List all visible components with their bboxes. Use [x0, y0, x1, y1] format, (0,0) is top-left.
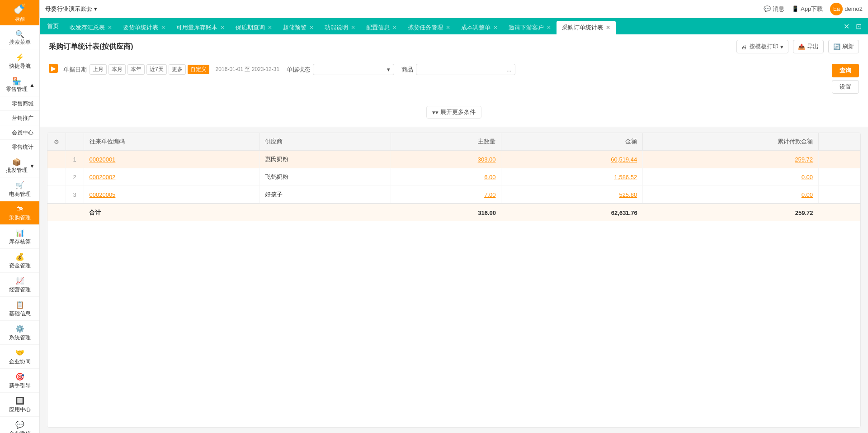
- date-shortcuts: 上月 本月 本年 近7天 更多 自定义: [90, 64, 209, 75]
- sidebar-item-search[interactable]: 🔍 搜索菜单: [0, 25, 39, 49]
- row-unit-code[interactable]: 00020001: [84, 151, 259, 168]
- row-paid-amount[interactable]: 0.00: [643, 186, 819, 204]
- row-amount[interactable]: 525.80: [501, 186, 643, 204]
- row-main-qty[interactable]: 303.00: [391, 151, 501, 168]
- sidebar-item-basic[interactable]: 📋 基础信息: [0, 297, 39, 321]
- user-profile[interactable]: Ea demo2: [830, 3, 863, 15]
- template-print-button[interactable]: 🖨 按模板打印 ▾: [736, 40, 788, 53]
- row-paid-amount[interactable]: 0.00: [643, 168, 819, 186]
- tab-receive-send-close[interactable]: ✕: [108, 24, 112, 31]
- search-button[interactable]: 查询: [832, 64, 859, 77]
- sidebar-item-operations[interactable]: 📈 经营管理: [0, 273, 39, 297]
- sidebar-retail-store-label: 零售商城: [12, 100, 33, 108]
- export-button[interactable]: 📤 导出: [793, 40, 824, 53]
- refresh-button[interactable]: 🔄 刷新: [828, 40, 859, 53]
- sidebar-item-member[interactable]: 会员中心: [0, 125, 39, 140]
- date-shortcut-this-month[interactable]: 本月: [108, 64, 126, 75]
- sidebar-item-appstore[interactable]: 🔲 应用中心: [0, 393, 39, 417]
- row-paid-amount[interactable]: 259.72: [643, 151, 819, 168]
- message-btn[interactable]: 💬 消息: [764, 5, 784, 13]
- app-logo[interactable]: 🍼 标酿: [0, 0, 39, 25]
- sidebar-item-wechat[interactable]: 💬 企业微信: [0, 417, 39, 433]
- table-settings-icon[interactable]: ⚙: [54, 138, 59, 145]
- row-main-qty[interactable]: 6.00: [391, 168, 501, 186]
- footer-main-qty: 316.00: [391, 204, 501, 221]
- sidebar-finance-label: 资金管理: [9, 262, 31, 270]
- sidebar-item-shortcut[interactable]: ⚡ 快捷导航: [0, 49, 39, 73]
- tab-goods-stats-label: 要货单统计表: [123, 24, 158, 32]
- sidebar-item-finance[interactable]: 💰 资金管理: [0, 249, 39, 273]
- export-label: 导出: [807, 43, 819, 51]
- account-dropdown[interactable]: 母婴行业演示账套 ▾: [45, 5, 97, 13]
- row-unit-code[interactable]: 00020002: [84, 168, 259, 186]
- tab-picking-task-label: 拣货任务管理: [408, 24, 443, 32]
- app-download-btn[interactable]: 📱 App下载: [792, 5, 823, 13]
- tab-invite-customer-close[interactable]: ✕: [547, 24, 551, 31]
- tab-purchase-stats-close[interactable]: ✕: [606, 24, 610, 31]
- table-header-row: ⚙ 往来单位编码 供应商 主数量 金额: [47, 133, 860, 151]
- tab-home[interactable]: 首页: [42, 22, 64, 30]
- tab-cost-adjust-close[interactable]: ✕: [493, 24, 498, 31]
- tab-function-desc[interactable]: 功能说明 ✕: [319, 21, 361, 34]
- tab-config-info[interactable]: 配置信息 ✕: [361, 21, 402, 34]
- footer-paid-amount: 259.72: [643, 204, 819, 221]
- row-amount[interactable]: 60,519.44: [501, 151, 643, 168]
- tab-purchase-stats[interactable]: 采购订单统计表 ✕: [557, 21, 616, 34]
- row-amount[interactable]: 1,586.52: [501, 168, 643, 186]
- tab-goods-stats-close[interactable]: ✕: [161, 24, 165, 31]
- footer-empty: [47, 204, 84, 221]
- sidebar-item-retail-store[interactable]: 零售商城: [0, 96, 39, 111]
- expand-more-button[interactable]: ▾▾ 展开更多条件: [426, 106, 481, 119]
- sidebar-item-inventory[interactable]: 📊 库存核算: [0, 225, 39, 249]
- date-shortcut-more[interactable]: 更多: [169, 64, 186, 75]
- sidebar-item-retail[interactable]: 🏪 零售管理 ▲: [0, 73, 39, 96]
- sidebar-item-purchase[interactable]: 🛍 采购管理: [0, 201, 39, 225]
- tab-function-desc-close[interactable]: ✕: [351, 24, 355, 31]
- sidebar-guide-label: 新手引导: [9, 382, 31, 390]
- tab-bar-fullscreen-btn[interactable]: ⊡: [853, 21, 864, 32]
- date-shortcut-this-year[interactable]: 本年: [127, 64, 145, 75]
- tab-cost-adjust[interactable]: 成本调整单 ✕: [456, 21, 503, 34]
- table-container: ⚙ 往来单位编码 供应商 主数量 金额: [47, 133, 861, 428]
- tab-expiry-query-close[interactable]: ✕: [268, 24, 272, 31]
- row-num: 1: [66, 151, 84, 168]
- tab-overstock-close[interactable]: ✕: [309, 24, 314, 31]
- tab-picking-task-close[interactable]: ✕: [446, 24, 450, 31]
- tab-receive-send[interactable]: 收发存汇总表 ✕: [64, 21, 118, 34]
- date-shortcut-7days[interactable]: 近7天: [146, 64, 167, 75]
- status-select[interactable]: ▾: [313, 64, 394, 75]
- goods-input[interactable]: ...: [416, 64, 515, 75]
- tab-bar-close-btn[interactable]: ✕: [841, 21, 852, 32]
- wechat-icon: 💬: [15, 420, 24, 429]
- search-settings-area: 查询 设置: [832, 64, 859, 94]
- sidebar-item-ecommerce[interactable]: 🛒 电商管理: [0, 177, 39, 201]
- refresh-icon: 🔄: [833, 43, 840, 50]
- col-settings-header: ⚙: [47, 133, 66, 151]
- tab-overstock[interactable]: 超储预警 ✕: [278, 21, 319, 34]
- tab-picking-task[interactable]: 拣货任务管理 ✕: [402, 21, 456, 34]
- avatar: Ea: [830, 3, 843, 15]
- row-num: 3: [66, 186, 84, 204]
- tab-available-inventory-close[interactable]: ✕: [220, 24, 225, 31]
- tab-expiry-query[interactable]: 保质期查询 ✕: [230, 21, 278, 34]
- sidebar-item-system[interactable]: ⚙️ 系统管理: [0, 321, 39, 345]
- sidebar-item-guide[interactable]: 🎯 新手引导: [0, 369, 39, 393]
- sidebar-item-wholesale[interactable]: 📦 批发管理 ▼: [0, 154, 39, 177]
- tab-config-info-close[interactable]: ✕: [392, 24, 397, 31]
- date-custom-label[interactable]: 自定义: [188, 65, 209, 74]
- sidebar-item-marketing[interactable]: 营销推广: [0, 111, 39, 125]
- row-main-qty[interactable]: 7.00: [391, 186, 501, 204]
- ecommerce-icon: 🛒: [15, 181, 24, 190]
- sidebar: 🍼 标酿 🔍 搜索菜单 ⚡ 快捷导航 🏪 零售管理 ▲ 零售商城 营销推广 会员…: [0, 0, 40, 433]
- col-main-qty-header: 主数量: [391, 133, 501, 151]
- filter-toggle-button[interactable]: ▶: [49, 64, 58, 73]
- tab-available-inventory[interactable]: 可用量库存账本 ✕: [171, 21, 230, 34]
- date-shortcut-last-month[interactable]: 上月: [90, 64, 107, 75]
- sidebar-item-retail-stats[interactable]: 零售统计: [0, 140, 39, 154]
- settings-button[interactable]: 设置: [832, 80, 859, 94]
- tab-goods-stats[interactable]: 要货单统计表 ✕: [118, 21, 171, 34]
- sidebar-item-enterprise[interactable]: 🤝 企业协同: [0, 345, 39, 369]
- row-unit-code[interactable]: 00020005: [84, 186, 259, 204]
- tab-invite-customer[interactable]: 邀请下游客户 ✕: [503, 21, 557, 34]
- export-icon: 📤: [798, 43, 805, 50]
